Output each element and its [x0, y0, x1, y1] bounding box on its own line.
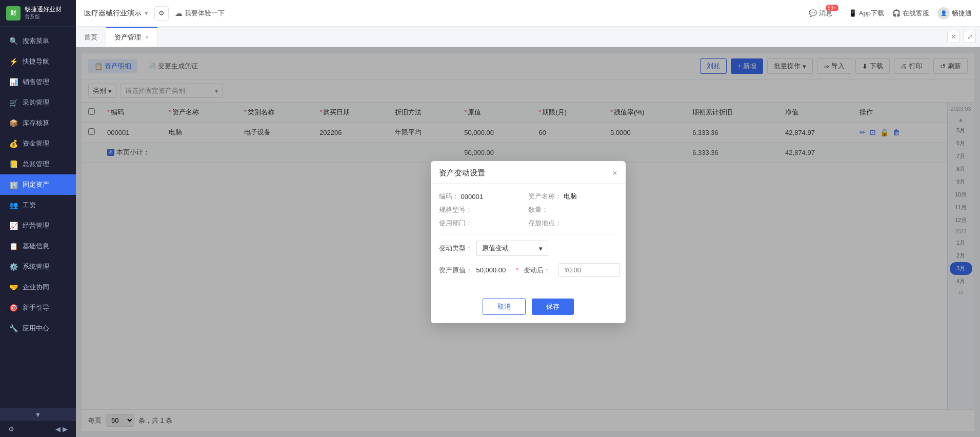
purchase-icon: 🛒	[8, 97, 18, 108]
ledger-icon: 📒	[8, 159, 18, 169]
sidebar-item-purchase[interactable]: 🛒 采购管理	[0, 92, 76, 113]
app-logo-icon: 财	[6, 6, 21, 21]
dialog-code-item: 编码： 000001	[439, 192, 528, 201]
app-edition: 普及版	[25, 13, 62, 21]
tabbar: 首页 资产管理 × ✕ ⤢	[76, 27, 980, 47]
user-menu-button[interactable]: 👤 畅捷通	[937, 7, 972, 19]
try-button[interactable]: ☁ 我要体验一下	[175, 9, 225, 18]
sidebar-settings-icon[interactable]: ⚙	[8, 425, 14, 433]
sidebar-item-sales[interactable]: 📊 销售管理	[0, 72, 76, 92]
inventory-icon: 📦	[8, 118, 18, 128]
service-icon: 🎧	[892, 9, 901, 17]
cancel-button[interactable]: 取消	[483, 299, 526, 315]
message-badge: 99+	[826, 5, 838, 11]
original-value-display: 50,000.00	[476, 266, 506, 274]
page-content: 📋 资产明细 📄 变更生成凭证 刘账 + 新增 批量操作 ▾ ⇒ 导入	[76, 47, 980, 437]
search-icon: 🔍	[8, 36, 18, 46]
message-icon: 💬	[809, 9, 817, 17]
sidebar-item-fixed-assets[interactable]: 🏢 固定资产	[0, 174, 76, 195]
basic-icon: 📋	[8, 241, 18, 251]
enterprise-icon: 🤝	[8, 282, 18, 292]
company-name: 医疗器械行业演示	[84, 9, 142, 18]
message-button[interactable]: 💬 消息 99+	[809, 9, 832, 18]
sidebar-logo: 财 畅捷通好业财 普及版	[0, 0, 76, 27]
dialog-name-value: 电脑	[564, 192, 577, 201]
save-button[interactable]: 保存	[532, 299, 574, 315]
sidebar-item-guide[interactable]: 🎯 新手引导	[0, 297, 76, 318]
app-name: 畅捷通好业财	[25, 6, 62, 14]
try-icon: ☁	[175, 9, 183, 18]
change-type-select[interactable]: 原值变动 ▾	[476, 241, 548, 256]
sidebar-item-basic[interactable]: 📋 基础信息	[0, 236, 76, 256]
sidebar-collapse-icon[interactable]: ◀ ▶	[55, 425, 68, 433]
topbar-right: 💬 消息 99+ 📱 App下载 🎧 在线客服 👤 畅捷通	[809, 7, 972, 19]
sidebar-item-enterprise[interactable]: 🤝 企业协同	[0, 277, 76, 297]
sidebar: 财 畅捷通好业财 普及版 🔍 搜索菜单 ⚡ 快捷导航 📊 销售管理 🛒 采购管理…	[0, 0, 76, 437]
tabbar-close-button[interactable]: ✕	[947, 31, 959, 43]
sidebar-item-payroll[interactable]: 👥 工资	[0, 195, 76, 215]
dialog-spec-item: 规格型号：	[439, 205, 528, 214]
dialog-original-row: 资产原值： 50,000.00 * 变动后：	[439, 263, 617, 277]
after-value-input[interactable]	[558, 263, 620, 277]
change-type-dropdown-icon: ▾	[539, 245, 543, 252]
appstore-icon: 🔧	[8, 323, 18, 333]
tab-home[interactable]: 首页	[76, 28, 106, 47]
tabbar-actions: ✕ ⤢	[943, 27, 980, 47]
dialog-qty-item: 数量：	[528, 205, 617, 214]
sidebar-item-funds[interactable]: 💰 资金管理	[0, 133, 76, 154]
asset-change-dialog: 资产变动设置 × 编码： 000001 资产名称： 电脑	[431, 161, 626, 323]
dialog-body: 编码： 000001 资产名称： 电脑 规格型号： 数量：	[431, 184, 626, 292]
company-dropdown-icon[interactable]: ▾	[145, 9, 148, 17]
sales-icon: 📊	[8, 77, 18, 87]
dialog-change-type-row: 变动类型： 原值变动 ▾	[439, 241, 617, 256]
dialog-dept-item: 使用部门：	[439, 218, 528, 228]
sidebar-scroll-down[interactable]: ▼	[0, 408, 76, 421]
dialog-overlay: 资产变动设置 × 编码： 000001 资产名称： 电脑	[76, 47, 980, 437]
sidebar-item-search[interactable]: 🔍 搜索菜单	[0, 31, 76, 51]
online-service-button[interactable]: 🎧 在线客服	[892, 9, 929, 18]
system-icon: ⚙️	[8, 262, 18, 272]
app-icon: 📱	[849, 9, 857, 17]
funds-icon: 💰	[8, 138, 18, 149]
tabbar-maximize-button[interactable]: ⤢	[964, 31, 976, 43]
sidebar-item-operations[interactable]: 📈 经营管理	[0, 215, 76, 236]
quicknav-icon: ⚡	[8, 56, 18, 67]
dialog-location-item: 存放地点：	[528, 218, 617, 228]
sidebar-item-system[interactable]: ⚙️ 系统管理	[0, 256, 76, 277]
dialog-header: 资产变动设置 ×	[431, 161, 626, 184]
topbar-left: 医疗器械行业演示 ▾ ⚙ ☁ 我要体验一下	[84, 6, 809, 21]
main-area: 医疗器械行业演示 ▾ ⚙ ☁ 我要体验一下 💬 消息 99+ 📱 App下载 🎧…	[76, 0, 980, 437]
tab-close-icon[interactable]: ×	[145, 34, 149, 41]
dialog-footer: 取消 保存	[431, 292, 626, 323]
required-mark: *	[516, 266, 518, 274]
dialog-code-value: 000001	[461, 193, 483, 201]
sidebar-item-quicknav[interactable]: ⚡ 快捷导航	[0, 51, 76, 72]
tab-asset-management[interactable]: 资产管理 ×	[106, 27, 157, 47]
fixed-assets-icon: 🏢	[8, 180, 18, 190]
sidebar-item-appstore[interactable]: 🔧 应用中心	[0, 318, 76, 339]
dialog-info-grid: 编码： 000001 资产名称： 电脑 规格型号： 数量：	[439, 192, 617, 234]
dialog-close-button[interactable]: ×	[612, 169, 617, 178]
sidebar-item-ledger[interactable]: 📒 总账管理	[0, 154, 76, 174]
settings-button[interactable]: ⚙	[154, 6, 169, 21]
user-avatar: 👤	[937, 7, 950, 19]
app-download-button[interactable]: 📱 App下载	[849, 9, 884, 18]
operations-icon: 📈	[8, 221, 18, 231]
sidebar-bottom: ⚙ ◀ ▶	[0, 421, 76, 437]
dialog-name-item: 资产名称： 电脑	[528, 192, 617, 201]
dialog-title: 资产变动设置	[439, 168, 485, 178]
guide-icon: 🎯	[8, 303, 18, 313]
payroll-icon: 👥	[8, 200, 18, 210]
topbar: 医疗器械行业演示 ▾ ⚙ ☁ 我要体验一下 💬 消息 99+ 📱 App下载 🎧…	[76, 0, 980, 27]
sidebar-nav: 🔍 搜索菜单 ⚡ 快捷导航 📊 销售管理 🛒 采购管理 📦 库存核算 💰 资金管…	[0, 27, 76, 408]
sidebar-item-inventory[interactable]: 📦 库存核算	[0, 113, 76, 133]
